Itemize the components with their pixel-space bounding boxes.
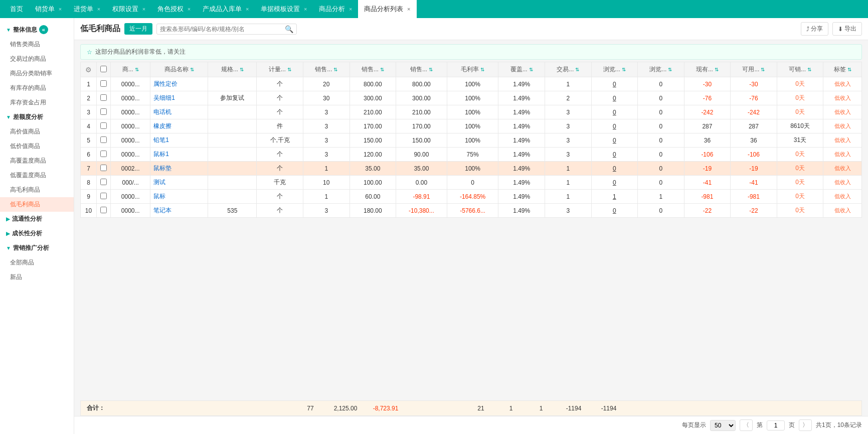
sidebar-item-all-products[interactable]: 全部商品 [0, 255, 74, 270]
cell-name-6[interactable]: 鼠标垫 [150, 162, 208, 176]
col-coverage-header[interactable]: 覆盖...⇅ [498, 62, 545, 77]
row-checkbox-5[interactable] [100, 151, 107, 157]
col-available-header[interactable]: 可用...⇅ [731, 62, 777, 77]
row-checkbox-4[interactable] [100, 136, 107, 143]
cell-views1-2[interactable]: 0 [591, 105, 638, 119]
col-sales-amount-header[interactable]: 销售...⇅ [350, 62, 396, 77]
row-checkbox-8[interactable] [100, 193, 107, 199]
sidebar-item-high-margin[interactable]: 高毛利商品 [0, 183, 74, 197]
cell-views1-4[interactable]: 0 [591, 133, 638, 148]
col-settings[interactable]: ⚙ [81, 62, 97, 77]
cell-checkbox-0[interactable] [97, 77, 111, 91]
page-input[interactable] [767, 420, 785, 430]
sidebar-item-in-stock[interactable]: 有库存的商品 [0, 81, 74, 95]
prev-page-btn[interactable]: 〈 [740, 419, 753, 431]
nav-close-roles[interactable]: × [188, 6, 191, 12]
col-code-header[interactable]: 商...⇅ [111, 62, 150, 77]
nav-product-analysis-list[interactable]: 商品分析列表 × [358, 0, 416, 18]
nav-product-analysis[interactable]: 商品分析 × [313, 0, 358, 18]
col-tag-header[interactable]: 标签⇅ [823, 62, 862, 77]
cell-name-5[interactable]: 鼠标1 [150, 148, 208, 162]
filter-recent-month-btn[interactable]: 近一月 [124, 23, 152, 35]
search-icon[interactable]: 🔍 [285, 25, 293, 33]
row-checkbox-7[interactable] [100, 179, 107, 185]
nav-close-purchase[interactable]: × [97, 6, 100, 12]
nav-close-sales[interactable]: × [59, 6, 62, 12]
col-spec-header[interactable]: 规格...⇅ [208, 62, 257, 77]
nav-close-product-analysis[interactable]: × [349, 6, 352, 12]
cell-name-0[interactable]: 属性定价 [150, 77, 208, 91]
nav-close-product-entry[interactable]: × [246, 6, 249, 12]
cell-name-4[interactable]: 铅笔1 [150, 133, 208, 148]
table-wrapper[interactable]: ⚙ 商...⇅ 商品名称⇅ 规格...⇅ 计量...⇅ 销售...⇅ 销售...… [80, 62, 862, 400]
col-views1-header[interactable]: 浏览...⇅ [591, 62, 638, 77]
cell-name-3[interactable]: 橡皮擦 [150, 119, 208, 133]
cell-name-1[interactable]: 吴细细1 [150, 91, 208, 105]
cell-checkbox-7[interactable] [97, 176, 111, 190]
cell-checkbox-6[interactable] [97, 162, 111, 176]
row-checkbox-9[interactable] [100, 207, 107, 213]
nav-home[interactable]: 首页 [4, 0, 29, 18]
col-gross-margin-header[interactable]: 毛利率⇅ [447, 62, 498, 77]
col-checkbox-header[interactable] [97, 62, 111, 77]
sidebar-item-high-value[interactable]: 高价值商品 [0, 124, 74, 139]
nav-close-product-analysis-list[interactable]: × [407, 6, 410, 12]
sidebar-item-low-coverage[interactable]: 低覆盖度商品 [0, 168, 74, 183]
cell-views1-7[interactable]: 0 [591, 176, 638, 190]
row-checkbox-2[interactable] [100, 108, 107, 115]
collapse-overall[interactable]: « [39, 25, 48, 34]
nav-sales-order[interactable]: 销货单 × [29, 0, 68, 18]
sidebar-group-margin[interactable]: ▼ 差额度分析 [0, 110, 74, 124]
row-checkbox-3[interactable] [100, 122, 107, 129]
cell-views1-6[interactable]: 0 [591, 162, 638, 176]
export-btn[interactable]: ⬇ 导出 [832, 22, 862, 36]
sidebar-group-marketing[interactable]: ▼ 营销推广分析 [0, 241, 74, 255]
sidebar-item-high-coverage[interactable]: 高覆盖度商品 [0, 154, 74, 168]
sidebar-item-low-value[interactable]: 低价值商品 [0, 139, 74, 154]
nav-permissions[interactable]: 权限设置 × [106, 0, 151, 18]
row-checkbox-0[interactable] [100, 80, 107, 87]
cell-checkbox-4[interactable] [97, 133, 111, 148]
sidebar-item-stock-capital[interactable]: 库存资金占用 [0, 95, 74, 110]
cell-views1-5[interactable]: 0 [591, 148, 638, 162]
cell-checkbox-5[interactable] [97, 148, 111, 162]
col-transaction-header[interactable]: 交易...⇅ [545, 62, 591, 77]
sidebar-item-new-products[interactable]: 新品 [0, 270, 74, 284]
cell-checkbox-3[interactable] [97, 119, 111, 133]
nav-product-entry[interactable]: 产成品入库单 × [197, 0, 255, 18]
sidebar-group-growth[interactable]: ▶ 成长性分析 [0, 226, 74, 241]
per-page-select[interactable]: 50 100 200 [710, 420, 736, 431]
row-checkbox-1[interactable] [100, 94, 107, 101]
settings-col-icon[interactable]: ⚙ [85, 66, 92, 74]
nav-close-permissions[interactable]: × [142, 6, 145, 12]
col-sales-profit-header[interactable]: 销售...⇅ [396, 62, 447, 77]
search-input[interactable] [160, 26, 285, 33]
cell-checkbox-1[interactable] [97, 91, 111, 105]
select-all-checkbox[interactable] [100, 66, 107, 72]
col-unit-header[interactable]: 计量...⇅ [257, 62, 303, 77]
sidebar-group-liquidity[interactable]: ▶ 流通性分析 [0, 212, 74, 226]
cell-views1-9[interactable]: 0 [591, 204, 638, 218]
sidebar-item-low-margin[interactable]: 低毛利商品 [0, 197, 74, 212]
col-current-stock-header[interactable]: 现有...⇅ [684, 62, 731, 77]
sidebar-item-sales-products[interactable]: 销售类商品 [0, 37, 74, 52]
share-btn[interactable]: ⤴ 分享 [801, 22, 828, 36]
col-sales-qty-header[interactable]: 销售...⇅ [303, 62, 350, 77]
col-sellable-days-header[interactable]: 可销...⇅ [777, 62, 823, 77]
cell-checkbox-9[interactable] [97, 204, 111, 218]
nav-close-template[interactable]: × [304, 6, 307, 12]
cell-name-2[interactable]: 电话机 [150, 105, 208, 119]
nav-template-settings[interactable]: 单据模板设置 × [255, 0, 313, 18]
cell-views1-8[interactable]: 1 [591, 190, 638, 204]
cell-name-7[interactable]: 测试 [150, 176, 208, 190]
nav-roles[interactable]: 角色授权 × [151, 0, 197, 18]
col-name-header[interactable]: 商品名称⇅ [150, 62, 208, 77]
cell-name-9[interactable]: 笔记本 [150, 204, 208, 218]
next-page-btn[interactable]: 〉 [799, 419, 812, 431]
cell-checkbox-8[interactable] [97, 190, 111, 204]
cell-views1-0[interactable]: 0 [591, 77, 638, 91]
nav-purchase-order[interactable]: 进货单 × [68, 0, 106, 18]
sidebar-item-traded-products[interactable]: 交易过的商品 [0, 52, 74, 66]
sidebar-group-overall[interactable]: ▼ 整体信息 « [0, 22, 74, 37]
row-checkbox-6[interactable] [100, 165, 107, 171]
